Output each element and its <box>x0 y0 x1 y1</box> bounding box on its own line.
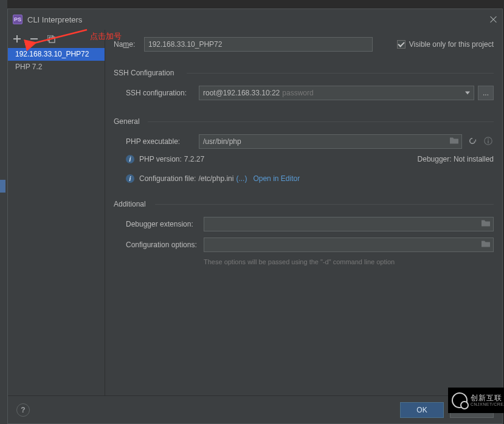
watermark-logo-icon <box>452 392 468 408</box>
close-icon[interactable] <box>489 15 499 24</box>
config-opts-label: Configuration options: <box>126 241 204 249</box>
remove-icon[interactable] <box>29 33 40 44</box>
section-ssh: SSH Configuration <box>114 69 494 77</box>
config-file-value: /etc/php.ini <box>198 174 233 183</box>
phpstorm-icon: PS <box>13 15 22 24</box>
debugger-ext-label: Debugger extension: <box>126 220 204 228</box>
copy-icon[interactable] <box>46 33 57 44</box>
debugger-value: Not installed <box>454 155 494 163</box>
watermark: 创新互联 CNJXNET/CREATIVE <box>448 388 504 413</box>
svg-rect-1 <box>30 38 38 39</box>
ssh-config-value: root@192.168.33.10:22 <box>203 89 280 97</box>
cli-interpreters-dialog: PS CLI Interpreters 点击加号 <box>7 9 503 424</box>
section-additional: Additional <box>114 200 494 208</box>
visible-only-label: Visible only for this project <box>409 40 494 49</box>
visible-only-checkbox[interactable] <box>397 40 406 49</box>
background-strip <box>0 0 7 424</box>
ssh-config-hint: password <box>282 89 313 97</box>
ok-button[interactable]: OK <box>400 402 444 418</box>
config-file-label: Configuration file: <box>139 174 196 183</box>
reload-icon[interactable] <box>468 137 478 146</box>
name-input[interactable] <box>144 37 373 52</box>
interpreter-list: 192.168.33.10_PHP72 PHP 7.2 <box>8 48 105 395</box>
svg-rect-5 <box>488 140 489 143</box>
main-panel: Name: Visible only for this project SSH … <box>105 30 502 395</box>
php-version-value: 7.2.27 <box>184 155 204 163</box>
section-general: General <box>114 117 494 126</box>
folder-icon[interactable] <box>482 241 490 250</box>
folder-icon[interactable] <box>450 137 458 146</box>
watermark-text-1: 创新互联 <box>471 394 504 402</box>
config-opts-hint: These options will be passed using the "… <box>204 258 494 265</box>
config-more-link[interactable]: (...) <box>236 174 247 183</box>
ssh-browse-button[interactable]: ... <box>478 86 494 100</box>
open-in-editor-link[interactable]: Open in Editor <box>253 174 300 183</box>
debugger-ext-input[interactable] <box>204 217 494 231</box>
svg-rect-3 <box>49 37 55 43</box>
php-version-label: PHP version: <box>139 155 182 163</box>
config-opts-input[interactable] <box>204 238 494 252</box>
folder-icon[interactable] <box>482 220 490 229</box>
chevron-down-icon <box>465 92 470 95</box>
help-button[interactable]: ? <box>16 403 30 417</box>
sidebar-item-0[interactable]: 192.168.33.10_PHP72 <box>8 48 105 61</box>
ssh-config-combo[interactable]: root@192.168.33.10:22 password <box>199 86 474 100</box>
svg-rect-6 <box>488 138 489 140</box>
sidebar: 192.168.33.10_PHP72 PHP 7.2 <box>8 30 105 395</box>
php-exe-label: PHP executable: <box>126 137 199 146</box>
info-icon <box>484 137 494 146</box>
info-badge-icon: i <box>126 174 134 183</box>
dialog-footer: ? OK Cancel <box>8 395 502 423</box>
debugger-label: Debugger: <box>418 155 452 163</box>
dialog-title: CLI Interpreters <box>27 15 82 24</box>
watermark-text-2: CNJXNET/CREATIVE <box>471 402 504 407</box>
php-exe-input[interactable] <box>199 134 462 149</box>
info-badge-icon: i <box>126 155 134 163</box>
annotation-text: 点击加号 <box>90 31 122 42</box>
titlebar: PS CLI Interpreters <box>8 9 502 30</box>
sidebar-item-1[interactable]: PHP 7.2 <box>8 61 105 74</box>
ssh-config-label: SSH configuration: <box>126 89 199 97</box>
add-icon[interactable] <box>12 33 22 44</box>
